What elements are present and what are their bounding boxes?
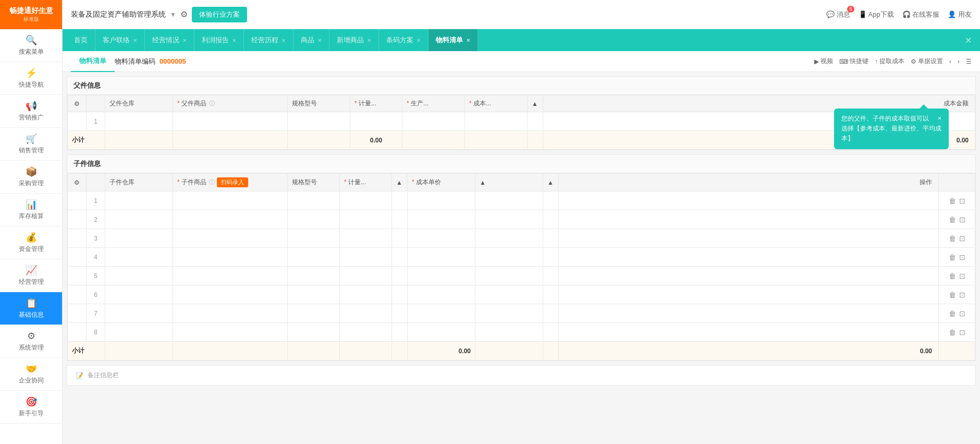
table-row: 6 🗑 ⊡ xyxy=(68,285,975,304)
copy-icon[interactable]: ⊡ xyxy=(959,215,965,224)
action-extract-cost[interactable]: ↑ 提取成本 xyxy=(875,57,904,66)
sidebar-item-label: 企业协同 xyxy=(19,376,44,385)
copy-icon[interactable]: ⊡ xyxy=(959,234,965,243)
settings-icon[interactable]: ⚙ xyxy=(180,9,188,19)
child-col-rownum xyxy=(87,174,105,191)
copy-icon[interactable]: ⊡ xyxy=(959,291,965,299)
action-shortcut[interactable]: ⌨ 快捷键 xyxy=(839,57,868,66)
delete-icon[interactable]: 🗑 xyxy=(949,215,956,224)
nav-next-icon[interactable]: › xyxy=(958,58,960,65)
nav-prev-icon[interactable]: ‹ xyxy=(949,58,951,65)
tab-new-goods[interactable]: 新增商品 ✕ xyxy=(329,29,379,51)
copy-icon[interactable]: ⊡ xyxy=(959,253,965,261)
toolbar-actions: ▶ 视频 ⌨ 快捷键 ↑ 提取成本 ⚙ 单据设置 ‹ › ☰ xyxy=(814,57,972,66)
sidebar-item-system[interactable]: ⚙ 系统管理 xyxy=(0,325,62,358)
sidebar-item-quicknav[interactable]: ⚡ 快捷导航 xyxy=(0,62,62,95)
copy-icon[interactable]: ⊡ xyxy=(959,309,965,318)
parent-row-warehouse[interactable] xyxy=(105,112,173,131)
grid-view-icon[interactable]: ☰ xyxy=(966,58,972,65)
sidebar-item-newbie[interactable]: 🎯 新手引导 xyxy=(0,391,62,424)
tab-close-icon[interactable]: ✕ xyxy=(416,38,421,43)
dropdown-arrow[interactable]: ▼ xyxy=(170,11,176,18)
parent-row-extra xyxy=(528,112,543,131)
tab-close-icon[interactable]: ✕ xyxy=(466,38,470,43)
delete-icon[interactable]: 🗑 xyxy=(949,197,956,205)
table-row: 5 🗑 ⊡ xyxy=(68,267,975,285)
tab-bom[interactable]: 物料清单 ✕ xyxy=(428,29,478,51)
child-col-extra[interactable]: ▲ xyxy=(392,174,408,191)
sidebar-item-purchase[interactable]: 📦 采购管理 xyxy=(0,161,62,194)
user-avatar[interactable]: 👤 用友 xyxy=(948,10,972,19)
child-subtotal-label: 小计 xyxy=(68,342,105,361)
tab-history[interactable]: 经营历程 ✕ xyxy=(244,29,293,51)
parent-col-extra[interactable]: ▲ xyxy=(528,95,543,112)
delete-icon[interactable]: 🗑 xyxy=(949,291,956,299)
tab-profit[interactable]: 利润报告 ✕ xyxy=(194,29,244,51)
action-video[interactable]: ▶ 视频 xyxy=(814,57,833,66)
action-doc-settings[interactable]: ⚙ 单据设置 xyxy=(911,57,943,66)
trial-button[interactable]: 体验行业方案 xyxy=(192,7,247,22)
child-col-extra2[interactable]: ▲ xyxy=(543,174,559,191)
app-download-link[interactable]: 📱 App下载 xyxy=(859,10,894,19)
sidebar-item-operations[interactable]: 📈 经营管理 xyxy=(0,259,62,292)
tab-close-icon[interactable]: ✕ xyxy=(317,38,322,43)
logo-title: 畅捷通好生意 xyxy=(9,6,53,16)
copy-icon[interactable]: ⊡ xyxy=(959,272,965,280)
parent-subtotal-unit: 0.00 xyxy=(350,131,402,150)
sidebar-item-inventory[interactable]: 📊 库存核算 xyxy=(0,194,62,226)
table-row: 4 🗑 ⊡ xyxy=(68,248,975,267)
child-row1-unit-cost[interactable] xyxy=(475,191,543,210)
sidebar-item-label: 资金管理 xyxy=(19,245,44,254)
product-hint-icon[interactable]: ⓘ xyxy=(209,100,215,106)
child-row1-qty[interactable] xyxy=(408,191,475,210)
child-row1-amount[interactable] xyxy=(559,191,939,210)
close-all-tabs-icon[interactable]: ✕ xyxy=(961,35,976,45)
child-row1-warehouse[interactable] xyxy=(105,191,173,210)
tab-close-icon[interactable]: ✕ xyxy=(133,38,137,43)
sidebar-item-label: 销售管理 xyxy=(19,146,44,155)
child-product-hint-icon[interactable]: ⓘ xyxy=(209,179,215,185)
subtab-bom-list[interactable]: 物料清单 xyxy=(71,51,115,72)
tab-close-icon[interactable]: ✕ xyxy=(182,38,187,43)
child-col-gear[interactable]: ⚙ xyxy=(68,174,87,191)
copy-icon[interactable]: ⊡ xyxy=(959,328,965,337)
parent-row-unit[interactable] xyxy=(350,112,402,131)
topbar: 装备及固定资产辅助管理系统 ▼ ⚙ 体验行业方案 💬 消息 6 📱 App下载 … xyxy=(63,0,980,29)
sidebar-item-collab[interactable]: 🤝 企业协同 xyxy=(0,358,62,391)
child-subtotal-qty: 0.00 xyxy=(408,342,475,361)
sidebar-item-sales[interactable]: 🛒 销售管理 xyxy=(0,128,62,161)
tab-operations[interactable]: 经营情况 ✕ xyxy=(145,29,194,51)
tab-barcode[interactable]: 条码方案 ✕ xyxy=(379,29,428,51)
sidebar-item-marketing[interactable]: 📢 营销推广 xyxy=(0,95,62,128)
parent-row-cost[interactable] xyxy=(465,112,528,131)
child-row1-product[interactable] xyxy=(173,191,288,210)
delete-icon[interactable]: 🗑 xyxy=(949,309,956,318)
child-row1-spec[interactable] xyxy=(288,191,340,210)
online-service-link[interactable]: 🎧 在线客服 xyxy=(902,10,940,19)
parent-row-production[interactable] xyxy=(402,112,465,131)
child-row1-unit[interactable] xyxy=(340,191,392,210)
tab-home[interactable]: 首页 xyxy=(67,29,95,51)
delete-icon[interactable]: 🗑 xyxy=(949,328,956,337)
tab-close-icon[interactable]: ✕ xyxy=(367,38,371,43)
sidebar-item-search[interactable]: 🔍 搜索菜单 xyxy=(0,29,62,62)
parent-row-product[interactable] xyxy=(173,112,288,131)
child-col-unit-cost: ▲ xyxy=(475,174,543,191)
tab-close-icon[interactable]: ✕ xyxy=(232,38,236,43)
parent-col-gear[interactable]: ⚙ xyxy=(68,95,87,112)
sidebar-item-label: 基础信息 xyxy=(19,310,44,319)
delete-icon[interactable]: 🗑 xyxy=(949,234,956,243)
tab-close-icon[interactable]: ✕ xyxy=(281,38,286,43)
delete-icon[interactable]: 🗑 xyxy=(949,272,956,280)
scan-input-button[interactable]: 扫码录入 xyxy=(217,177,248,187)
sidebar-item-finance[interactable]: 💰 资金管理 xyxy=(0,226,62,259)
tab-goods[interactable]: 商品 ✕ xyxy=(293,29,329,51)
delete-icon[interactable]: 🗑 xyxy=(949,253,956,261)
copy-icon[interactable]: ⊡ xyxy=(959,197,965,205)
message-badge[interactable]: 💬 消息 6 xyxy=(826,10,850,19)
parent-row-spec[interactable] xyxy=(288,112,350,131)
tab-customer[interactable]: 客户联络 ✕ xyxy=(95,29,145,51)
sidebar-item-basic-info[interactable]: 📋 基础信息 xyxy=(0,292,62,325)
tooltip-close-button[interactable]: × xyxy=(938,114,941,124)
app-logo: 畅捷通好生意 标准版 xyxy=(0,0,62,29)
